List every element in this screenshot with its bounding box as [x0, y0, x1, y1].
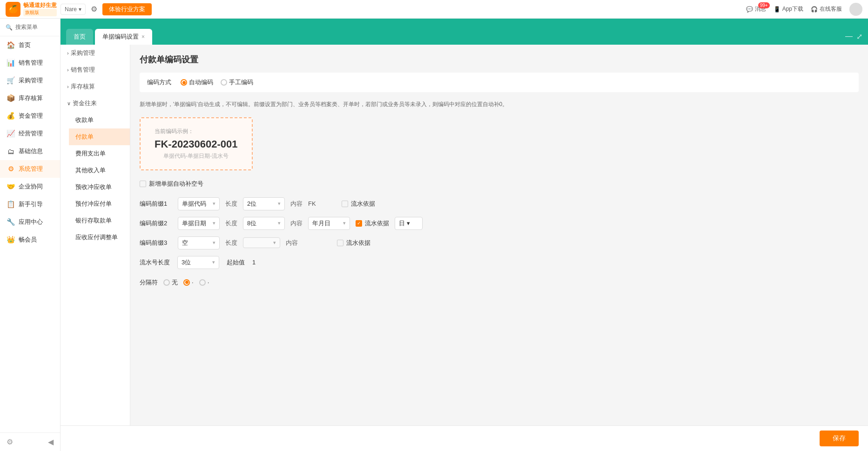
brand-icon: 🍊 — [6, 2, 20, 17]
sidebar-item-operations[interactable]: 📈 经营管理 — [0, 125, 60, 142]
save-button[interactable]: 保存 — [820, 431, 859, 446]
second-sidebar-capital[interactable]: ∨ 资金往来 — [61, 95, 130, 112]
sidebar: 🔍 搜索菜单 🏠 首页 📊 销售管理 🛒 采购管理 📦 库存核算 💰 资金管理 … — [0, 19, 61, 451]
prefix-2-day-select[interactable]: 日 ▾ — [395, 217, 423, 230]
prefix-2-select[interactable]: 单据日期 ▾ — [178, 217, 220, 230]
manual-code-radio[interactable]: 手工编码 — [221, 78, 253, 87]
prefix-2-serial-check[interactable]: 流水依据 — [356, 219, 389, 228]
tab-close-icon[interactable]: × — [141, 34, 145, 40]
second-sidebar-payment[interactable]: 付款单 — [69, 128, 130, 145]
code-preview-label: 当前编码示例： — [155, 128, 238, 135]
trial-button[interactable]: 体验行业方案 — [102, 3, 152, 15]
second-sidebar-expense[interactable]: 费用支出单 — [69, 145, 130, 162]
brand: 🍊 畅通道好生意 旗舰版 — [6, 2, 57, 17]
prefix-2-content-arrow: ▾ — [343, 220, 346, 226]
second-sidebar-adjust[interactable]: 应收应付调整单 — [69, 229, 130, 246]
window-maximize-icon[interactable]: ⤢ — [856, 32, 862, 41]
prefix-1-length-select[interactable]: 2位 ▾ — [243, 197, 285, 210]
tab-encoding-settings[interactable]: 单据编码设置 × — [95, 29, 152, 45]
prefix-3-select[interactable]: 空 ▾ — [178, 236, 220, 249]
sidebar-item-cooperation[interactable]: 🤝 企业协同 — [0, 178, 60, 195]
sidebar-bottom: ⚙ ◀ — [0, 432, 60, 451]
headset-icon: 🎧 — [811, 6, 818, 13]
second-sidebar-sales[interactable]: › 销售管理 — [61, 61, 130, 78]
search-icon: 🔍 — [6, 24, 13, 31]
prefix-row-2: 编码前缀2 单据日期 ▾ 长度 8位 ▾ 内容 年月日 ▾ 流水依据 日 ▾ — [140, 217, 859, 230]
tab-home[interactable]: 首页 — [66, 29, 93, 45]
sidebar-search[interactable]: 🔍 搜索菜单 — [0, 19, 60, 36]
separator-dash-radio[interactable]: · — [199, 279, 209, 286]
auto-fill-checkbox[interactable]: 新增单据自动补空号 — [140, 180, 203, 188]
nav-dropdown[interactable]: Nare ▾ — [61, 4, 86, 15]
prefix-3-length-select[interactable]: ▾ — [243, 237, 280, 248]
separator-dot-radio[interactable]: · — [183, 279, 194, 286]
coding-method-radios: 自动编码 手工编码 — [181, 78, 253, 87]
prefix-1-select[interactable]: 单据代码 ▾ — [178, 197, 220, 210]
separator-row: 分隔符 无 · · — [140, 278, 859, 287]
prefix-2-content-label: 内容 — [290, 219, 303, 228]
inventory-arrow-icon: › — [67, 84, 69, 89]
prefix-2-length-select[interactable]: 8位 ▾ — [243, 217, 285, 230]
operations-icon: 📈 — [7, 129, 15, 138]
home-icon: 🏠 — [7, 41, 15, 49]
prefix-row-3: 编码前缀3 空 ▾ 长度 ▾ 内容 流水依据 — [140, 236, 859, 249]
app-download-btn[interactable]: 📱 App下载 — [774, 5, 803, 13]
sidebar-item-guide[interactable]: 📋 新手引导 — [0, 195, 60, 213]
capital-sub-menu: 收款单 付款单 费用支出单 其他收入单 预收冲应收单 预付冲应付单 银行存取款单… — [61, 112, 130, 246]
second-sidebar-bank[interactable]: 银行存取款单 — [69, 212, 130, 229]
prefix-1-length-arrow: ▾ — [278, 201, 281, 207]
second-sidebar-receipt[interactable]: 收款单 — [69, 112, 130, 128]
second-sidebar-inventory[interactable]: › 库存核算 — [61, 78, 130, 95]
info-text: 新增单据时，'单据编码'自动生成，不可编辑。前缀设置为部门、业务员等档案类、开单… — [140, 100, 859, 110]
user-avatar[interactable] — [849, 3, 862, 16]
sidebar-menu: 🏠 首页 📊 销售管理 🛒 采购管理 📦 库存核算 💰 资金管理 📈 经营管理 … — [0, 36, 60, 432]
online-service-btn[interactable]: 🎧 在线客服 — [811, 5, 842, 13]
second-sidebar-prepay-receive[interactable]: 预收冲应收单 — [69, 179, 130, 195]
auto-fill-row: 新增单据自动补空号 — [140, 180, 859, 188]
finance-icon: 💰 — [7, 112, 15, 120]
start-value: 1 — [252, 259, 256, 266]
brand-text: 畅通道好生意 旗舰版 — [23, 2, 57, 17]
top-bar-right: 💬 消息 99+ 📱 App下载 🎧 在线客服 — [746, 3, 862, 16]
serial-length-row: 流水号长度 3位 ▾ 起始值 1 — [140, 256, 859, 269]
code-preview-sub: 单据代码-单据日期-流水号 — [155, 152, 238, 160]
sidebar-item-basic[interactable]: 🗂 基础信息 — [0, 142, 60, 160]
cooperation-icon: 🤝 — [7, 182, 15, 191]
serial-length-select[interactable]: 3位 ▾ — [177, 256, 219, 269]
top-bar-nav: Nare ▾ ⚙ 体验行业方案 — [61, 3, 152, 16]
second-sidebar-purchase[interactable]: › 采购管理 — [61, 45, 130, 61]
manual-code-radio-icon — [221, 79, 227, 86]
sidebar-item-apps[interactable]: 🔧 应用中心 — [0, 213, 60, 231]
content-area: 付款单编码设置 编码方式 自动编码 手工编码 新增单据时，'单据编码'自动生成，… — [130, 45, 868, 451]
top-bar-left: 🍊 畅通道好生意 旗舰版 Nare ▾ ⚙ 体验行业方案 — [6, 2, 152, 17]
messages-btn[interactable]: 💬 消息 99+ — [746, 5, 766, 13]
sidebar-item-sales[interactable]: 📊 销售管理 — [0, 54, 60, 72]
sidebar-item-finance[interactable]: 💰 资金管理 — [0, 107, 60, 125]
sidebar-item-vip[interactable]: 👑 畅会员 — [0, 231, 60, 249]
auto-code-radio-icon — [181, 79, 187, 86]
settings-bottom-icon[interactable]: ⚙ — [7, 438, 13, 446]
prefix-3-label: 编码前缀3 — [140, 239, 172, 247]
prefix-3-serial-check[interactable]: 流水依据 — [337, 239, 370, 247]
sidebar-item-inventory[interactable]: 📦 库存核算 — [0, 89, 60, 107]
sidebar-item-purchase[interactable]: 🛒 采购管理 — [0, 72, 60, 89]
separator-dash-radio-icon — [199, 279, 206, 286]
prefix-3-select-arrow: ▾ — [213, 240, 215, 246]
sales-icon: 📊 — [7, 59, 15, 67]
prefix-1-serial-check[interactable]: 流水依据 — [342, 200, 375, 208]
second-sidebar: › 采购管理 › 销售管理 › 库存核算 ∨ 资金往来 收款单 付款单 费用支出… — [61, 45, 130, 451]
sidebar-item-home[interactable]: 🏠 首页 — [0, 36, 60, 54]
second-sidebar-prepay-pay[interactable]: 预付冲应付单 — [69, 195, 130, 212]
purchase-arrow-icon: › — [67, 50, 69, 56]
auto-code-radio[interactable]: 自动编码 — [181, 78, 213, 87]
prefix-2-length-arrow: ▾ — [278, 220, 281, 226]
avatar-image — [849, 3, 862, 16]
settings-icon[interactable]: ⚙ — [87, 3, 101, 16]
prefix-row-1: 编码前缀1 单据代码 ▾ 长度 2位 ▾ 内容 FK 流水依据 — [140, 197, 859, 210]
prefix-2-content-select[interactable]: 年月日 ▾ — [308, 217, 350, 230]
sidebar-item-system[interactable]: ⚙ 系统管理 — [0, 160, 60, 178]
separator-none-radio[interactable]: 无 — [163, 278, 178, 287]
collapse-sidebar-icon[interactable]: ◀ — [48, 438, 54, 446]
second-sidebar-other-income[interactable]: 其他收入单 — [69, 162, 130, 179]
window-minimize-icon[interactable]: — — [845, 32, 853, 41]
